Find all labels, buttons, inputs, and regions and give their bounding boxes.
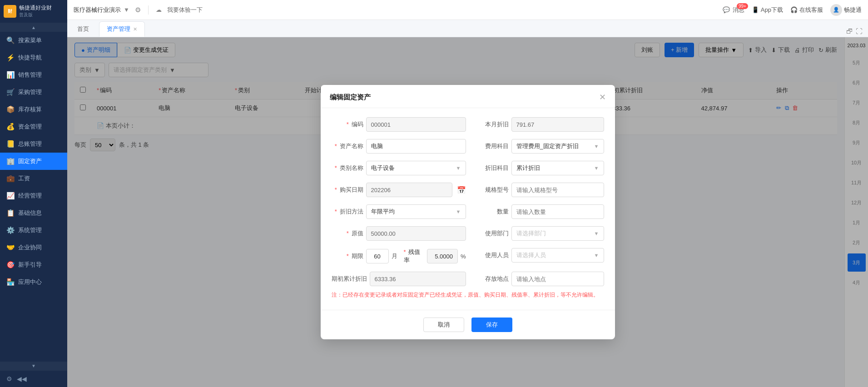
department-arrow: ▼	[594, 231, 599, 236]
form-item-spec-row: 规格型号	[477, 183, 604, 197]
main-area: 医疗器械行业演示 ▼ ⚙ ☁ 我要体验一下 💬 99+ 消息 📱 App下载 🎧…	[67, 0, 868, 387]
expense-subject-label: 费用科目	[477, 142, 509, 150]
original-input[interactable]	[366, 226, 466, 241]
sidebar-item-basic-info[interactable]: 📋 基础信息	[0, 204, 67, 222]
sidebar-item-purchase[interactable]: 🛒 采购管理	[0, 84, 67, 101]
restore-icon[interactable]: 🗗	[846, 27, 853, 35]
form-grid: * 编码 本月折旧	[332, 117, 604, 286]
tab-home[interactable]: 首页	[70, 21, 96, 37]
user-arrow: ▼	[594, 253, 599, 258]
user-select[interactable]: 请选择人员 ▼	[511, 248, 604, 263]
tab-right-icons: 🗗 ⛶	[846, 27, 868, 37]
purchase-date-label: * 购买日期	[332, 186, 363, 194]
user-label: 使用人员	[477, 251, 509, 259]
messages-button[interactable]: 💬 99+ 消息	[723, 6, 744, 14]
customer-service-button[interactable]: 🎧 在线客服	[790, 6, 823, 14]
location-input[interactable]	[511, 272, 604, 286]
topbar-right: 💬 99+ 消息 📱 App下载 🎧 在线客服 👤 畅捷通	[723, 4, 862, 16]
residual-rate-input[interactable]	[427, 249, 458, 263]
form-item-purchase-date: * 购买日期 📅	[332, 183, 466, 197]
period-unit: 月	[392, 252, 397, 260]
form-item-asset-name: * 资产名称	[332, 139, 466, 154]
service-icon: 🎧	[790, 6, 798, 13]
expense-subject-arrow: ▼	[594, 144, 599, 149]
expand-icon[interactable]: ⛶	[856, 27, 863, 35]
form-item-user-row: 使用人员 请选择人员 ▼	[477, 248, 604, 263]
payroll-icon: 💼	[6, 174, 15, 183]
dep-subject-select[interactable]: 累计折旧 ▼	[511, 161, 604, 175]
sidebar-item-label: 经营管理	[18, 192, 42, 200]
sidebar-nav: 🔍 搜索菜单 ⚡ 快捷导航 📊 销售管理 🛒 采购管理 📦 库存核算 💰 资金管…	[0, 32, 67, 362]
quantity-input[interactable]	[511, 204, 604, 219]
quicknav-icon: ⚡	[6, 54, 15, 62]
app-edition: 普及版	[19, 12, 52, 18]
modal-title: 编辑固定资产	[330, 93, 371, 102]
sidebar-item-finance[interactable]: 💰 资金管理	[0, 118, 67, 135]
save-button[interactable]: 保存	[471, 318, 512, 332]
scroll-up-arrow[interactable]: ▲	[0, 23, 67, 32]
workspace-selector[interactable]: 医疗器械行业演示 ▼	[74, 6, 129, 14]
edit-asset-modal: 编辑固定资产 ✕ * 编码	[321, 85, 615, 339]
scroll-down-arrow[interactable]: ▼	[0, 362, 67, 370]
sidebar-item-inventory[interactable]: 📦 库存核算	[0, 101, 67, 118]
sidebar-item-guide[interactable]: 🎯 新手引导	[0, 256, 67, 273]
form-item-original-row: * 原值	[332, 226, 466, 241]
form-item-code-row: * 编码	[332, 117, 466, 132]
sidebar-item-payroll[interactable]: 💼 工资	[0, 170, 67, 187]
category-arrow: ▼	[456, 165, 461, 171]
sidebar-item-system[interactable]: ⚙️ 系统管理	[0, 222, 67, 239]
topbar-divider	[148, 5, 149, 15]
expense-subject-value: 管理费用_固定资产折旧	[516, 142, 579, 150]
tab-close-icon[interactable]: ✕	[133, 26, 137, 32]
sidebar-item-label: 系统管理	[18, 226, 42, 234]
calendar-icon[interactable]: 📅	[457, 186, 466, 194]
app-download-button[interactable]: 📱 App下载	[752, 6, 783, 14]
modal-close-button[interactable]: ✕	[599, 92, 606, 102]
sidebar-item-label: 工资	[18, 174, 30, 183]
dep-method-value: 年限平均	[371, 208, 395, 216]
purchase-date-input[interactable]	[366, 183, 452, 197]
monthly-dep-input	[511, 117, 604, 132]
residual-unit: %	[461, 253, 466, 260]
modal-body: * 编码 本月折旧	[321, 108, 615, 310]
workspace-settings-icon[interactable]: ⚙	[135, 6, 141, 14]
collapse-icon[interactable]: ◀◀	[17, 375, 27, 382]
category-value: 电子设备	[371, 164, 395, 172]
category-name-label: * 类别名称	[332, 164, 363, 172]
form-item-period: * 期限 月 * 残值率 %	[332, 248, 466, 264]
form-item-category: * 类别名称 电子设备 ▼	[332, 161, 466, 175]
asset-name-input[interactable]	[366, 139, 466, 154]
period-input[interactable]	[366, 249, 389, 263]
sidebar-item-quicknav[interactable]: ⚡ 快捷导航	[0, 49, 67, 66]
system-icon: ⚙️	[6, 226, 15, 234]
sidebar-item-ledger[interactable]: 📒 总账管理	[0, 135, 67, 153]
form-item-user: 使用人员 请选择人员 ▼	[477, 248, 604, 264]
form-item-code: * 编码	[332, 117, 466, 132]
sidebar-item-management[interactable]: 📈 经营管理	[0, 187, 67, 204]
spec-input[interactable]	[511, 183, 604, 197]
category-select[interactable]: 电子设备 ▼	[366, 161, 466, 175]
sidebar-item-sales[interactable]: 📊 销售管理	[0, 66, 67, 84]
form-item-location: 存放地点	[477, 272, 604, 286]
cancel-button[interactable]: 取消	[423, 318, 464, 332]
modal-overlay: 编辑固定资产 ✕ * 编码	[67, 37, 868, 387]
department-select[interactable]: 请选择部门 ▼	[511, 226, 604, 241]
expense-subject-select[interactable]: 管理费用_固定资产折旧 ▼	[511, 139, 604, 154]
sidebar-item-collab[interactable]: 🤝 企业协同	[0, 239, 67, 256]
settings-icon[interactable]: ⚙	[6, 375, 12, 382]
experience-text[interactable]: 我要体验一下	[167, 6, 203, 14]
sidebar-item-fixed-assets[interactable]: 🏢 固定资产	[0, 153, 67, 170]
department-placeholder: 请选择部门	[516, 229, 546, 238]
tab-asset-management[interactable]: 资产管理 ✕	[99, 21, 145, 37]
sidebar-item-label: 库存核算	[18, 105, 42, 114]
dep-subject-label: 折旧科目	[477, 164, 509, 172]
form-item-expense-subject: 费用科目 管理费用_固定资产折旧 ▼	[477, 139, 604, 154]
form-item-dep-method-row: * 折旧方法 年限平均 ▼	[332, 204, 466, 219]
sidebar-item-search[interactable]: 🔍 搜索菜单	[0, 32, 67, 49]
code-input[interactable]	[366, 117, 466, 132]
dep-method-select[interactable]: 年限平均 ▼	[366, 204, 466, 219]
topbar: 医疗器械行业演示 ▼ ⚙ ☁ 我要体验一下 💬 99+ 消息 📱 App下载 🎧…	[67, 0, 868, 20]
user-menu[interactable]: 👤 畅捷通	[830, 4, 862, 16]
sidebar-item-app-center[interactable]: 🏪 应用中心	[0, 273, 67, 291]
form-item-quantity-row: 数量	[477, 204, 604, 219]
